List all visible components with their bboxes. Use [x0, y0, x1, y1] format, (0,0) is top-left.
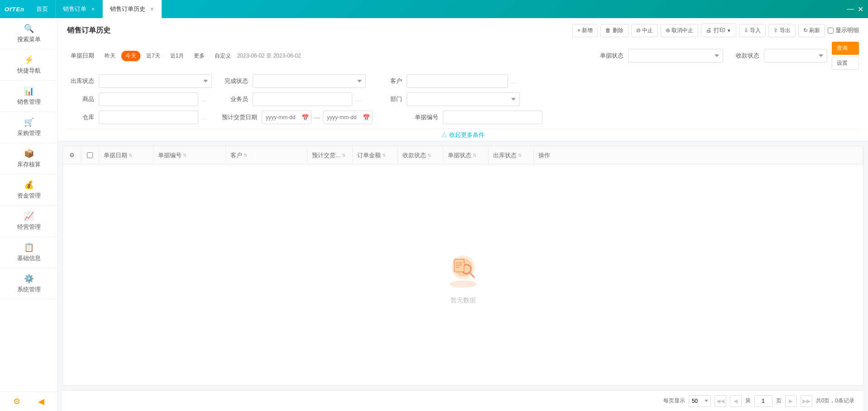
sidebar: 🔍 搜索菜单 ⚡ 快捷导航 📊 销售管理 🛒 采购管理 📦 库存核算 💰 资金管…	[0, 18, 58, 411]
th-number[interactable]: 单据编号 ⇅	[153, 146, 226, 164]
warehouse-status-label: 出库状态	[67, 77, 99, 85]
query-button[interactable]: 查询	[832, 42, 859, 55]
first-page-button[interactable]: ◀◀	[715, 395, 726, 407]
goods-input[interactable]	[99, 92, 198, 106]
delivery-date-label: 预计交货日期	[221, 113, 262, 121]
filter-row-3: 商品 … 业务员 … 部门	[67, 92, 859, 106]
customer-input[interactable]	[407, 74, 508, 88]
collapse-filters-row[interactable]: △ 收起更多条件	[67, 129, 859, 141]
th-receipt[interactable]: 收款状态 ⇅	[398, 146, 443, 164]
minimize-icon[interactable]: —	[847, 5, 854, 13]
date-tag-yesterday[interactable]: 昨天	[101, 51, 120, 61]
date-tag-more[interactable]: 更多	[190, 51, 209, 61]
date-separator: —	[312, 114, 323, 121]
print-button[interactable]: 🖨 打印 ▼	[701, 24, 736, 37]
sidebar-item-purchase-mgmt[interactable]: 🛒 采购管理	[0, 112, 58, 143]
sort-number-icon: ⇅	[183, 153, 187, 158]
bill-status-select[interactable]	[628, 49, 723, 63]
warehouse-ellipsis[interactable]: …	[198, 114, 210, 121]
page-size-select[interactable]: 10 20 50 100	[689, 395, 711, 407]
department-select[interactable]	[407, 92, 520, 106]
base-info-icon: 📋	[24, 242, 34, 252]
sales-mgmt-icon: 📊	[24, 86, 34, 96]
select-all-checkbox[interactable]	[87, 152, 93, 158]
th-amount[interactable]: 订单金额 ⇅	[353, 146, 398, 164]
salesperson-ellipsis[interactable]: …	[352, 96, 364, 103]
th-delivery[interactable]: 预计交货... ⇅	[307, 146, 353, 164]
empty-illustration	[441, 246, 486, 291]
department-group: 部门	[375, 92, 520, 106]
customer-label: 客户	[375, 77, 407, 85]
settings-bottom-icon[interactable]: ⚙	[13, 396, 20, 406]
next-page-button[interactable]: ▶	[785, 395, 797, 407]
delivery-end-wrapper: 📅	[323, 111, 373, 124]
tab-home[interactable]: 首页	[29, 0, 56, 18]
warehouse-input[interactable]	[99, 111, 198, 124]
th-settings[interactable]: ⚙	[63, 146, 81, 164]
table-container: ⚙ 单据日期 ⇅ 单据编号 ⇅ 客户 ⇅ 预计交货...	[62, 146, 863, 386]
display-cols-toggle[interactable]: 显示明细	[828, 26, 859, 34]
purchase-mgmt-icon: 🛒	[24, 117, 34, 127]
warehouse-group: 仓库 …	[67, 111, 212, 124]
warehouse-status-select[interactable]	[99, 74, 212, 88]
th-bill-status[interactable]: 单据状态 ⇅	[443, 146, 489, 164]
cancel-stop-button[interactable]: ⊛ 取消中止	[661, 24, 698, 37]
sidebar-item-finance[interactable]: 💰 资金管理	[0, 174, 58, 206]
prev-page-button[interactable]: ◀	[730, 395, 742, 407]
stop-button[interactable]: ⊘ 中止	[631, 24, 658, 37]
customer-ellipsis[interactable]: …	[508, 77, 520, 85]
goods-ellipsis[interactable]: …	[198, 96, 210, 103]
display-cols-checkbox[interactable]	[828, 28, 834, 34]
sidebar-item-base-info[interactable]: 📋 基础信息	[0, 237, 58, 268]
salesperson-label: 业务员	[221, 95, 253, 103]
delete-button[interactable]: 🗑 删除	[600, 24, 628, 37]
tab-list: OfTEn 首页 销售订单 ✕ 销售订单历史 ✕	[5, 0, 847, 18]
sidebar-item-sys-mgmt[interactable]: ⚙️ 系统管理	[0, 268, 58, 300]
completion-status-select[interactable]	[253, 74, 366, 88]
sidebar-item-search-menu[interactable]: 🔍 搜索菜单	[0, 18, 58, 49]
date-tag-custom[interactable]: 自定义	[211, 51, 235, 61]
date-tag-last7[interactable]: 近7天	[142, 51, 164, 61]
th-date[interactable]: 单据日期 ⇅	[99, 146, 153, 164]
date-tag-today[interactable]: 今天	[121, 51, 140, 61]
page-number-input[interactable]	[754, 395, 772, 407]
top-bar-right: — ✕	[847, 5, 863, 14]
tab-sales-order-history[interactable]: 销售订单历史 ✕	[103, 0, 162, 18]
refresh-button[interactable]: ↻ 刷新	[798, 24, 825, 37]
th-checkbox[interactable]	[81, 146, 99, 164]
export-button[interactable]: ⇪ 导出	[768, 24, 795, 37]
new-button[interactable]: + 新增	[572, 24, 598, 37]
close-sales-order-tab[interactable]: ✕	[91, 6, 95, 12]
settings-button[interactable]: 设置	[832, 57, 859, 70]
tab-sales-order[interactable]: 销售订单 ✕	[56, 0, 103, 18]
close-app-icon[interactable]: ✕	[858, 5, 863, 14]
date-range-display: 2023-06-02 至 2023-06-02	[237, 52, 301, 60]
bill-number-input[interactable]	[443, 111, 542, 124]
sidebar-item-sales-mgmt[interactable]: 📊 销售管理	[0, 81, 58, 112]
th-warehouse[interactable]: 出库状态 ⇅	[489, 146, 534, 164]
collapse-sidebar-icon[interactable]: ◀	[38, 396, 44, 406]
date-tags: 昨天 今天 近7天 近1月 更多 自定义	[101, 51, 235, 61]
sort-status-icon: ⇅	[473, 153, 476, 158]
import-button[interactable]: ⇩ 导入	[739, 24, 766, 37]
receipt-status-select[interactable]	[764, 49, 827, 63]
sidebar-item-operations[interactable]: 📈 经营管理	[0, 206, 58, 237]
salesperson-input[interactable]	[253, 92, 352, 106]
sort-delivery-icon: ⇅	[342, 153, 345, 158]
sort-date-icon: ⇅	[129, 153, 132, 158]
sidebar-item-quick-nav[interactable]: ⚡ 快捷导航	[0, 49, 58, 81]
delivery-end-input[interactable]	[323, 111, 373, 124]
sort-amount-icon: ⇅	[382, 153, 386, 158]
delivery-start-input[interactable]	[262, 111, 312, 124]
quick-nav-icon: ⚡	[24, 55, 34, 65]
last-page-button[interactable]: ▶▶	[801, 395, 812, 407]
close-history-tab[interactable]: ✕	[150, 6, 154, 12]
sidebar-item-inventory[interactable]: 📦 库存核算	[0, 143, 58, 174]
content-area: 销售订单历史 + 新增 🗑 删除 ⊘ 中止 ⊛ 取消中止 🖨 打印 ▼ ⇩ 导入…	[58, 18, 868, 411]
date-filter-label: 单据日期	[67, 52, 99, 60]
table-settings-icon[interactable]: ⚙	[69, 152, 75, 159]
th-customer[interactable]: 客户 ⇅	[226, 146, 307, 164]
bill-number-label: 单据编号	[411, 113, 443, 121]
date-tag-last1month[interactable]: 近1月	[166, 51, 188, 61]
warehouse-label: 仓库	[67, 113, 99, 121]
